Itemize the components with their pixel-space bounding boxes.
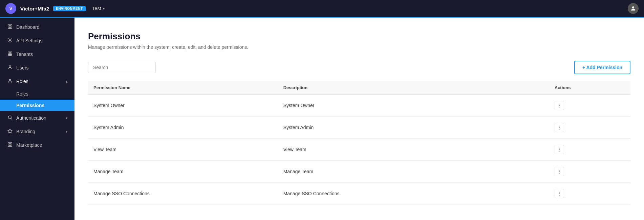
cell-permission-name: Manage SSO Connections <box>88 183 278 205</box>
sidebar-item-tenants[interactable]: Tenants <box>0 47 74 61</box>
svg-rect-2 <box>10 25 12 26</box>
sidebar-label-authentication: Authentication <box>16 115 46 121</box>
svg-point-13 <box>8 116 11 119</box>
sidebar-label-tenants: Tenants <box>16 52 33 57</box>
cell-permission-name: Manage Team <box>88 161 278 183</box>
top-bar-right <box>628 3 639 14</box>
app-avatar: V <box>5 3 16 14</box>
cell-permission-name: View Team <box>88 139 278 161</box>
sidebar-label-marketplace: Marketplace <box>16 142 42 148</box>
svg-rect-17 <box>10 143 12 144</box>
cell-actions: ⋮ <box>549 95 630 117</box>
row-action-button[interactable]: ⋮ <box>555 145 564 154</box>
svg-rect-1 <box>8 25 9 26</box>
col-header-actions: Actions <box>549 81 630 95</box>
sidebar-subitem-roles[interactable]: Roles <box>0 88 74 100</box>
cell-actions: ⋮ <box>549 117 630 139</box>
env-name: Test <box>92 6 101 11</box>
sidebar-item-dashboard[interactable]: Dashboard <box>0 20 74 34</box>
page-title: Permissions <box>88 31 630 42</box>
table-row: System Owner System Owner ⋮ <box>88 95 630 117</box>
content-area: Permissions Manage permissions within th… <box>74 18 644 220</box>
cell-description: View Team <box>278 139 549 161</box>
svg-rect-18 <box>8 145 9 146</box>
sidebar-label-branding: Branding <box>16 129 35 134</box>
cell-permission-name: System Owner <box>88 95 278 117</box>
cell-description: Manage Team <box>278 161 549 183</box>
sidebar-roles-submenu: Roles Permissions <box>0 88 74 111</box>
tenants-icon <box>7 51 13 57</box>
sidebar-sublabel-permissions: Permissions <box>16 103 44 108</box>
cell-actions: ⋮ <box>549 161 630 183</box>
table-row: Manage SSO Connections Manage SSO Connec… <box>88 183 630 205</box>
sidebar-sublabel-roles: Roles <box>16 91 28 97</box>
sidebar-item-authentication[interactable]: Authentication ▾ <box>0 111 74 125</box>
users-icon <box>7 65 13 71</box>
search-input[interactable] <box>88 62 156 73</box>
sidebar-item-api-settings[interactable]: API Settings <box>0 34 74 47</box>
env-selector[interactable]: Test ▾ <box>92 6 105 11</box>
svg-rect-16 <box>8 143 9 144</box>
cell-description: Manage SSO Connections <box>278 183 549 205</box>
svg-rect-19 <box>10 145 12 146</box>
sidebar-item-users[interactable]: Users <box>0 61 74 75</box>
sidebar-label-api-settings: API Settings <box>16 38 42 43</box>
sidebar: Dashboard API Settings Tenants Users Rol… <box>0 18 74 220</box>
svg-rect-3 <box>8 27 9 28</box>
sidebar-item-marketplace[interactable]: Marketplace <box>0 138 74 152</box>
env-badge: ENVIRONMENT <box>53 6 85 11</box>
cell-description: System Admin <box>278 117 549 139</box>
sidebar-item-branding[interactable]: Branding ▾ <box>0 125 74 138</box>
row-action-button[interactable]: ⋮ <box>555 189 564 198</box>
row-action-button[interactable]: ⋮ <box>555 101 564 110</box>
table-row: View Team View Team ⋮ <box>88 139 630 161</box>
col-header-description: Description <box>278 81 549 95</box>
cell-description: System Owner <box>278 95 549 117</box>
col-header-name: Permission Name <box>88 81 278 95</box>
chevron-down-icon: ▾ <box>103 7 105 11</box>
app-name: Victor+Mfa2 <box>20 6 49 12</box>
chevron-down-branding-icon: ▾ <box>66 129 68 134</box>
chevron-up-icon: ▴ <box>66 79 68 84</box>
svg-line-14 <box>11 118 12 119</box>
chevron-down-auth-icon: ▾ <box>66 116 68 120</box>
svg-point-11 <box>9 66 11 67</box>
branding-icon <box>7 128 13 135</box>
toolbar: + Add Permission <box>88 61 630 74</box>
marketplace-icon <box>7 142 13 148</box>
permissions-table: Permission Name Description Actions Syst… <box>88 81 630 205</box>
sidebar-item-roles[interactable]: Roles ▴ <box>0 75 74 88</box>
svg-point-12 <box>9 79 11 81</box>
sidebar-label-dashboard: Dashboard <box>16 24 40 30</box>
table-row: Manage Team Manage Team ⋮ <box>88 161 630 183</box>
svg-rect-6 <box>8 52 12 56</box>
svg-point-0 <box>632 6 634 8</box>
authentication-icon <box>7 115 13 121</box>
dashboard-icon <box>7 24 13 30</box>
roles-icon <box>7 78 13 84</box>
table-header-row: Permission Name Description Actions <box>88 81 630 95</box>
top-bar: V Victor+Mfa2 ENVIRONMENT Test ▾ <box>0 0 644 18</box>
main-layout: Dashboard API Settings Tenants Users Rol… <box>0 18 644 220</box>
cell-permission-name: System Admin <box>88 117 278 139</box>
user-avatar[interactable] <box>628 3 639 14</box>
sidebar-label-roles: Roles <box>16 79 28 84</box>
row-action-button[interactable]: ⋮ <box>555 123 564 132</box>
cell-actions: ⋮ <box>549 183 630 205</box>
svg-rect-4 <box>10 27 12 28</box>
svg-marker-15 <box>8 129 12 133</box>
row-action-button[interactable]: ⋮ <box>555 167 564 176</box>
svg-point-5 <box>9 40 10 41</box>
sidebar-subitem-permissions[interactable]: Permissions <box>0 100 74 111</box>
cell-actions: ⋮ <box>549 139 630 161</box>
sidebar-label-users: Users <box>16 65 29 71</box>
api-settings-icon <box>7 38 13 44</box>
top-bar-left: V Victor+Mfa2 ENVIRONMENT Test ▾ <box>5 3 628 14</box>
add-permission-button[interactable]: + Add Permission <box>574 61 630 74</box>
table-row: System Admin System Admin ⋮ <box>88 117 630 139</box>
page-description: Manage permissions within the system, cr… <box>88 44 630 50</box>
